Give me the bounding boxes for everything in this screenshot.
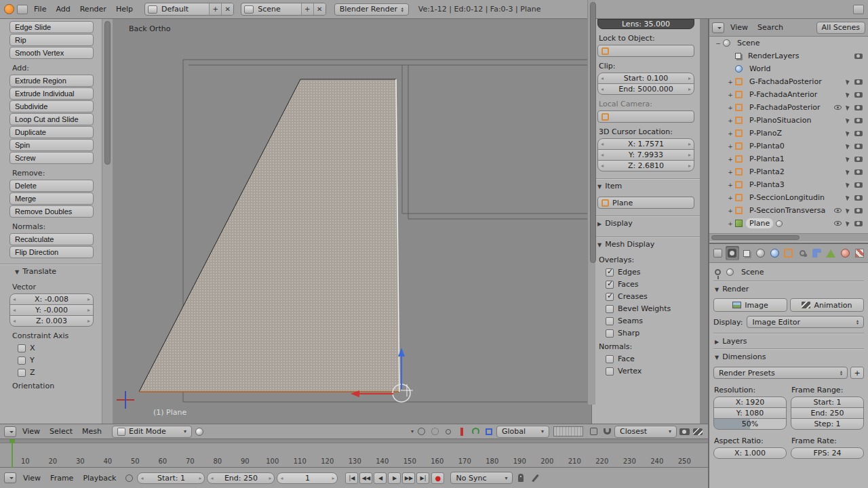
overlay-option-row[interactable]: Bevel Weights <box>606 304 694 313</box>
topbar-menu[interactable]: File <box>29 3 51 15</box>
prev-keyframe-button[interactable]: ◀◀ <box>359 472 372 484</box>
frame-start-field[interactable]: Start: 1 <box>791 396 864 408</box>
restrict-render-camera-icon[interactable] <box>854 169 863 175</box>
restrict-select-arrow-icon[interactable] <box>846 182 850 188</box>
lens-field[interactable]: Lens: 35.000 <box>597 19 694 29</box>
slider-left-icon[interactable]: ◂ <box>601 75 604 81</box>
lock-object-field[interactable] <box>597 45 694 57</box>
expander-icon[interactable]: + <box>727 207 734 214</box>
item-panel-header[interactable]: Item <box>592 178 700 192</box>
restrict-select-arrow-icon[interactable] <box>846 79 850 85</box>
restrict-render-camera-icon[interactable] <box>854 131 863 136</box>
outliner-item-row[interactable]: + P-FachadaPosterior <box>709 101 868 114</box>
outliner-item-row[interactable]: + RenderLayers <box>709 49 868 62</box>
item-label[interactable]: P-PlanoZ <box>746 128 785 138</box>
expander-icon[interactable]: + <box>727 156 734 163</box>
cursor-z-field[interactable]: ◂ Z: 2.6810 ▸ <box>597 160 694 171</box>
overlay-option-row[interactable]: Sharp <box>606 329 694 338</box>
restrict-render-camera-icon[interactable] <box>854 157 863 162</box>
slider-right-icon[interactable]: ▸ <box>688 163 691 169</box>
outliner-item-row[interactable]: + P-Planta1 <box>709 152 868 165</box>
editor-type-timeline-icon[interactable] <box>4 472 16 483</box>
scene-selector-name[interactable]: Scene <box>256 5 301 14</box>
overlay-checkbox[interactable] <box>606 293 614 301</box>
timeline-region[interactable]: 1020304050607080901001101201301401501601… <box>0 439 708 468</box>
display-panel-header[interactable]: Display <box>592 216 700 230</box>
mode-dropdown[interactable]: Edit Mode ▾ <box>112 426 192 438</box>
expander-icon[interactable]: + <box>727 195 734 201</box>
frame-start-field[interactable]: ◂ Start: 1 ▸ <box>137 472 205 484</box>
tool-button[interactable]: Extrude Individual <box>9 87 94 100</box>
restrict-select-arrow-icon[interactable] <box>846 195 850 201</box>
outliner-item-row[interactable]: + G-FachadaPosterior <box>709 75 868 88</box>
outliner-item-row[interactable]: + P-SeccionLongitudin <box>709 191 868 204</box>
constraint-axis-row[interactable]: Y <box>18 356 102 365</box>
layers-widget[interactable] <box>553 426 583 436</box>
tool-button[interactable]: Flip Direction <box>9 246 94 258</box>
expander-icon[interactable]: + <box>727 104 734 111</box>
slider-right-icon[interactable]: ▸ <box>87 296 90 302</box>
expander-icon[interactable]: + <box>727 169 734 176</box>
axis-checkbox[interactable] <box>18 344 26 352</box>
pin-icon[interactable] <box>715 269 721 275</box>
slider-right-icon[interactable]: ▸ <box>199 475 201 481</box>
pivot-align-toggle[interactable] <box>429 426 441 438</box>
overlay-checkbox[interactable] <box>606 317 614 325</box>
outliner-display-mode-dropdown[interactable]: All Scenes <box>816 22 865 34</box>
expander-icon[interactable]: + <box>727 220 734 227</box>
outliner-item-row[interactable]: + P-Planta3 <box>709 178 868 191</box>
3d-viewport[interactable]: (1) Plane Back Ortho Lens: 35.000 Lock t… <box>113 19 708 424</box>
view3d-menu[interactable]: Select <box>45 426 77 437</box>
screen-layout-selector[interactable]: Default + ✕ <box>144 3 234 16</box>
slider-left-icon[interactable]: ◂ <box>601 141 604 147</box>
restrict-select-arrow-icon[interactable] <box>846 104 850 110</box>
expander-icon[interactable]: + <box>727 117 734 124</box>
mesh-display-panel-header[interactable]: Mesh Display <box>592 237 700 251</box>
outliner-item-row[interactable]: + P-FachadaAnterior <box>709 88 868 101</box>
slider-right-icon[interactable]: ▸ <box>688 75 691 81</box>
object-tab[interactable] <box>782 246 795 260</box>
overlay-checkbox[interactable] <box>606 268 614 277</box>
normal-option-row[interactable]: Face <box>606 354 694 363</box>
overlay-checkbox[interactable] <box>606 329 614 338</box>
editor-type-outliner-icon[interactable] <box>712 22 724 33</box>
item-label[interactable]: G-FachadaPosterior <box>746 77 825 87</box>
tool-button[interactable]: Merge <box>9 192 94 205</box>
outliner-scene-row[interactable]: − Scene <box>709 37 868 49</box>
frame-step-field[interactable]: Step: 1 <box>791 418 864 430</box>
overlay-checkbox[interactable] <box>606 281 614 289</box>
data-tab[interactable] <box>825 246 838 260</box>
restrict-render-camera-icon[interactable] <box>854 79 863 85</box>
view3d-menu[interactable]: Mesh <box>77 426 106 437</box>
slider-left-icon[interactable]: ◂ <box>280 475 283 481</box>
scene-row-label[interactable]: Scene <box>734 38 764 48</box>
render-engine-dropdown[interactable]: Blender Render ▴▾ <box>334 3 409 16</box>
tool-button[interactable]: Screw <box>9 152 94 164</box>
snap-magnet-toggle[interactable] <box>601 426 613 438</box>
topbar-menu[interactable]: Render <box>75 3 111 15</box>
restrict-view-eye-icon[interactable] <box>834 105 842 110</box>
opengl-render-button[interactable] <box>678 426 690 438</box>
normal-checkbox[interactable] <box>606 367 614 375</box>
view3d-menu[interactable]: View <box>18 426 45 437</box>
timeline-menu[interactable]: View <box>18 472 45 484</box>
auto-keyframe-record-button[interactable]: ● <box>431 472 444 484</box>
constraint-axis-row[interactable]: Z <box>18 368 102 377</box>
expander-icon[interactable]: + <box>727 182 734 188</box>
add-scene-button[interactable]: + <box>301 3 313 16</box>
screen-layout-name[interactable]: Default <box>160 5 209 14</box>
topbar-menu[interactable]: Add <box>51 3 75 15</box>
slider-right-icon[interactable]: ▸ <box>87 307 90 313</box>
outliner-item-row[interactable]: + P-SeccionTransversa <box>709 204 868 217</box>
slider-right-icon[interactable]: ▸ <box>332 475 334 481</box>
overlay-option-row[interactable]: Creases <box>606 292 694 301</box>
slider-left-icon[interactable]: ◂ <box>140 475 143 481</box>
timeline-menu[interactable]: Playback <box>78 472 121 484</box>
transform-orientation-dropdown[interactable]: Global ▾ <box>496 426 549 438</box>
slider-left-icon[interactable]: ◂ <box>601 86 604 92</box>
cursor-x-field[interactable]: ◂ X: 1.7571 ▸ <box>597 138 694 150</box>
add-preset-button[interactable]: + <box>850 367 864 379</box>
restrict-select-arrow-icon[interactable] <box>846 117 850 123</box>
overlay-checkbox[interactable] <box>606 305 614 313</box>
tool-button[interactable]: Delete <box>9 180 94 192</box>
